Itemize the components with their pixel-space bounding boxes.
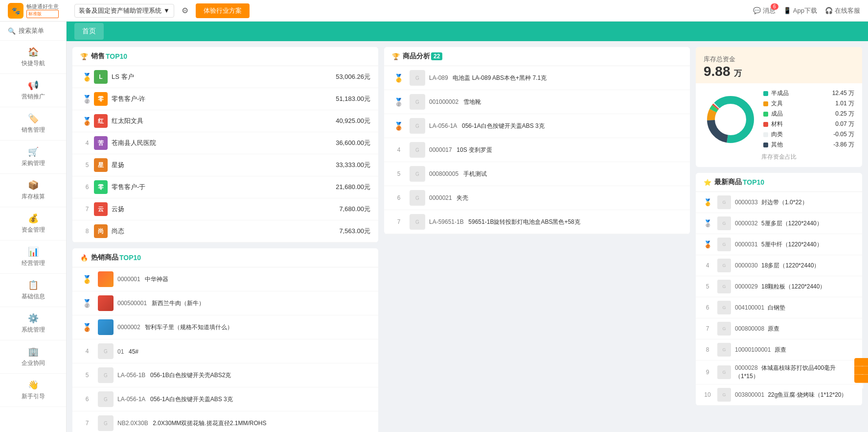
finance-icon: 💰 bbox=[28, 213, 39, 224]
sidebar-item-quick-nav[interactable]: 🏠 快捷导航 bbox=[0, 41, 66, 74]
mid-product-row[interactable]: 5 G 000800005 手机测试 bbox=[384, 162, 690, 186]
mid-products-title: 商品分析 bbox=[403, 52, 430, 61]
mid-product-row[interactable]: 🥉 G LA-056-1A 056-1A白色按键开关盖ABS 3克 bbox=[384, 114, 690, 138]
legend-value: 0.25 万 bbox=[835, 110, 854, 118]
lp-name: 22g鱼豆腐·烧烤味（1*12*20） bbox=[768, 391, 847, 398]
product-info: 01 45# bbox=[117, 348, 138, 355]
product-code: 0000021 bbox=[429, 194, 452, 201]
mid-product-row[interactable]: 7 G LA-59651-1B 59651-1B旋转投影灯电池盒ABS黑色+58… bbox=[384, 210, 690, 234]
customer-row[interactable]: 7 云 云扬 7,680.00元 bbox=[72, 198, 378, 220]
sidebar-item-basic-info[interactable]: 📋 基础信息 bbox=[0, 274, 66, 307]
latest-product-row[interactable]: 7 G 000800008 原查 bbox=[696, 318, 862, 339]
latest-product-row[interactable]: 10 G 003800001 22g鱼豆腐·烧烤味（1*12*20） bbox=[696, 384, 862, 406]
customer-row[interactable]: 🥉 红 红太阳文具 40,925.00元 bbox=[72, 110, 378, 132]
customer-row[interactable]: 🥈 零 零售客户-许 51,183.00元 bbox=[72, 88, 378, 110]
inventory-amount: 9.88 bbox=[704, 64, 731, 79]
app-download-button[interactable]: 📱 App下载 bbox=[783, 6, 817, 15]
medal-icon: 🥈 bbox=[704, 219, 712, 227]
chart-row: 半成品 12.45 万 文具 1.01 万 成品 0.25 万 材料 0.07 … bbox=[704, 89, 854, 151]
product-code: LA-056-1A bbox=[429, 122, 457, 129]
rank-cell: 5 bbox=[80, 162, 94, 168]
rank-cell: 🥇 bbox=[80, 72, 94, 82]
medal-icon: 🥇 bbox=[82, 275, 92, 284]
latest-product-row[interactable]: 5 G 0000029 18颗粒板（1220*2440） bbox=[696, 276, 862, 297]
customer-avatar: 苦 bbox=[94, 136, 108, 150]
system-selector[interactable]: 装备及固定资产辅助管理系统 ▼ bbox=[74, 4, 174, 18]
product-info: NB2.0X30B 2.0X30MM双搓花轴.搓花直径2.1MM/ROHS bbox=[117, 419, 266, 428]
product-info: 0000021 夹壳 bbox=[429, 194, 682, 202]
latest-product-row[interactable]: 4 G 0000030 18多层（1220*2440） bbox=[696, 255, 862, 276]
product-info: 000800005 手机测试 bbox=[429, 170, 682, 178]
product-code: LA-089 bbox=[429, 74, 448, 81]
sidebar-item-inventory[interactable]: 📦 库存核算 bbox=[0, 174, 66, 207]
lp-image: G bbox=[717, 343, 731, 357]
lp-code: 0000029 bbox=[735, 283, 758, 290]
legend-label-row: 半成品 bbox=[763, 89, 832, 97]
latest-top10-badge: TOP10 bbox=[743, 178, 764, 186]
basic-info-icon: 📋 bbox=[28, 280, 39, 290]
mid-product-row[interactable]: 🥈 G 001000002 雪地靴 bbox=[384, 90, 690, 114]
mid-product-row[interactable]: 6 G 0000021 夹壳 bbox=[384, 186, 690, 210]
hot-product-row[interactable]: 7 G NB2.0X30B 2.0X30MM双搓花轴.搓花直径2.1MM/ROH… bbox=[72, 411, 378, 432]
customer-row[interactable]: 6 零 零售客户-于 21,680.00元 bbox=[72, 176, 378, 198]
product-name: 10S 变刹罗蛋 bbox=[457, 146, 492, 153]
sidebar-item-marketing[interactable]: 📢 营销推广 bbox=[0, 74, 66, 107]
product-code: LA-056-1A bbox=[117, 396, 145, 403]
hot-product-row[interactable]: 🥈 000500001 新西兰牛肉（新牛） bbox=[72, 291, 378, 315]
rank-number: 4 bbox=[82, 140, 92, 146]
customer-name: 苍南县人民医院 bbox=[112, 139, 336, 147]
mid-product-row[interactable]: 🥇 G LA-089 电池盖 LA-089 ABS本色+黑种 7.1克 bbox=[384, 66, 690, 90]
customer-name: 星扬 bbox=[112, 161, 336, 169]
customer-avatar: 星 bbox=[94, 158, 108, 172]
gear-button[interactable]: ⚙ bbox=[178, 4, 192, 18]
sidebar-search[interactable]: 🔍 搜索菜单 bbox=[0, 22, 66, 41]
latest-product-row[interactable]: 🥉 G 0000031 5厘中纤（1220*2440） bbox=[696, 234, 862, 255]
medal-icon: 🥈 bbox=[82, 299, 92, 308]
customer-row[interactable]: 8 尚 尚态 7,563.00元 bbox=[72, 220, 378, 242]
nav-tab-home[interactable]: 首页 bbox=[74, 23, 104, 40]
latest-product-row[interactable]: 🥇 G 0000033 封边带（1.0*22） bbox=[696, 192, 862, 213]
sidebar-item-sales[interactable]: 🏷️ 销售管理 bbox=[0, 107, 66, 141]
hot-product-row[interactable]: 5 G LA-056-1B 056-1B白色按键开关壳ABS2克 bbox=[72, 363, 378, 387]
sidebar-item-operations[interactable]: 📊 经营管理 bbox=[0, 240, 66, 274]
product-name: 中华神器 bbox=[145, 276, 168, 283]
rank-cell: 7 bbox=[702, 325, 713, 332]
message-button[interactable]: 💬 消息 6 bbox=[753, 6, 776, 15]
sidebar-item-enterprise[interactable]: 🏢 企业协同 bbox=[0, 340, 66, 374]
chart-legend: 半成品 12.45 万 文具 1.01 万 成品 0.25 万 材料 0.07 … bbox=[763, 89, 854, 151]
sidebar-item-finance[interactable]: 💰 资金管理 bbox=[0, 207, 66, 240]
trophy-icon: 🏆 bbox=[80, 53, 88, 60]
customer-row[interactable]: 4 苦 苍南县人民医院 36,600.00元 bbox=[72, 132, 378, 154]
cs-community-button[interactable]: 服务社区 bbox=[854, 366, 868, 375]
latest-product-row[interactable]: 6 G 004100001 白钢垫 bbox=[696, 297, 862, 318]
latest-product-row[interactable]: 🥈 G 0000032 5厘多层（1220*2440） bbox=[696, 213, 862, 234]
hot-product-row[interactable]: 🥇 0000001 中华神器 bbox=[72, 267, 378, 291]
legend-label-row: 肉类 bbox=[763, 130, 833, 139]
hot-product-row[interactable]: 6 G LA-056-1A 056-1A白色按键开关盖ABS 3克 bbox=[72, 387, 378, 411]
product-name: 雪地靴 bbox=[463, 98, 481, 105]
cs-hotline-button[interactable]: 客服热线 bbox=[854, 358, 868, 366]
latest-product-row[interactable]: 8 G 10000100001 原查 bbox=[696, 339, 862, 360]
cs-live-button[interactable]: 直播 bbox=[854, 375, 868, 383]
customer-amount: 7,680.00元 bbox=[339, 205, 370, 214]
legend-dot bbox=[763, 132, 768, 137]
sidebar-item-purchase[interactable]: 🛒 采购管理 bbox=[0, 141, 66, 174]
customer-amount: 7,563.00元 bbox=[339, 227, 370, 236]
sidebar-item-system[interactable]: ⚙️ 系统管理 bbox=[0, 307, 66, 340]
product-image-placeholder: G bbox=[98, 343, 114, 359]
trial-button[interactable]: 体验行业方案 bbox=[196, 3, 250, 18]
sidebar-label-inventory: 库存核算 bbox=[22, 192, 45, 201]
online-service-button[interactable]: 🎧 在线客服 bbox=[825, 6, 860, 15]
sidebar-item-guide[interactable]: 👋 新手引导 bbox=[0, 374, 66, 407]
customer-row[interactable]: 5 星 星扬 33,333.00元 bbox=[72, 154, 378, 176]
hot-product-row[interactable]: 🥉 0000002 智利车子里（规格不知道填什么） bbox=[72, 315, 378, 339]
rank-cell: 🥈 bbox=[80, 95, 94, 104]
mid-product-row[interactable]: 4 G 0000017 10S 变刹罗蛋 bbox=[384, 138, 690, 162]
latest-product-row[interactable]: 9 G 0000028 体城嘉枝味苏打饮品400毫升（1*15） bbox=[696, 360, 862, 384]
customer-row[interactable]: 🥇 L LS 客户 53,006.26元 bbox=[72, 66, 378, 88]
rank-number: 7 bbox=[82, 206, 92, 213]
legend-value: 12.45 万 bbox=[832, 89, 854, 97]
marketing-icon: 📢 bbox=[28, 80, 39, 91]
hot-product-row[interactable]: 4 G 01 45# bbox=[72, 339, 378, 363]
rank-cell: 🥈 bbox=[392, 97, 406, 107]
